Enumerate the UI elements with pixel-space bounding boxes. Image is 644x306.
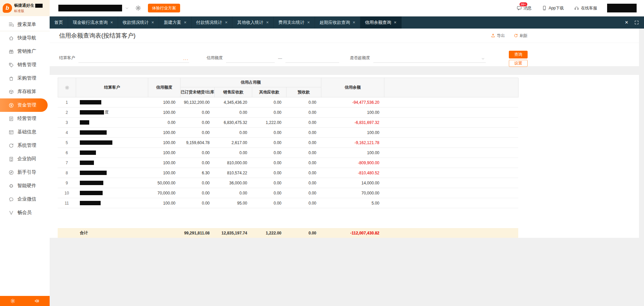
trial-industry-plan-button[interactable]: 体验行业方案: [148, 4, 180, 12]
sidebar-item-hardware[interactable]: 智能硬件: [0, 179, 50, 192]
messages-button[interactable]: 99+ 消息: [517, 5, 532, 11]
table-cell: 0.00: [252, 178, 286, 188]
sidebar-item-search-menu[interactable]: 搜索菜单: [0, 18, 50, 31]
table-row[interactable]: 6100.000.000.000.000.00100.00: [58, 148, 518, 158]
tab-close-icon[interactable]: ×: [307, 20, 310, 25]
company-selector[interactable]: [58, 5, 122, 11]
table-row[interactable]: 2度100.000.000.000.000.00100.00: [58, 107, 518, 118]
table-cell: 0.00: [214, 107, 252, 118]
tab-close-icon[interactable]: ×: [110, 20, 113, 25]
sidebar-item-collaboration[interactable]: 企业协同: [0, 152, 50, 166]
tab-费用支出统计[interactable]: 费用支出统计×: [274, 16, 315, 29]
table-cell: 0.00: [148, 118, 180, 128]
sidebar-item-sales[interactable]: 销售管理: [0, 58, 50, 72]
cell-customer-name: [76, 168, 148, 178]
tab-现金银行流水查询[interactable]: 现金银行流水查询×: [68, 16, 118, 29]
gear-icon: [65, 85, 69, 90]
sidebar-item-member[interactable]: 畅会员: [0, 206, 50, 219]
tab-close-icon[interactable]: ×: [184, 20, 186, 25]
guide-icon: [8, 170, 14, 175]
table-cell: [384, 188, 518, 198]
more-options-icon[interactable]: ···: [183, 57, 189, 61]
table-cell: 0.00: [180, 178, 214, 188]
sidebar-item-quick-nav[interactable]: 快捷导航: [0, 31, 50, 45]
business-icon: [8, 116, 14, 122]
tab-label: 收款情况统计: [123, 19, 149, 26]
refresh-icon: [514, 33, 518, 38]
table-row[interactable]: 1100.0090,132,200.004,345,436.200.000.00…: [58, 97, 518, 107]
credit-min-input[interactable]: [226, 54, 275, 63]
sidebar-item-label: 畅会员: [17, 210, 32, 216]
settings-button[interactable]: 设置: [509, 60, 528, 67]
chevron-down-icon[interactable]: [481, 57, 485, 61]
brand-name: 畅捷通好生: [14, 3, 34, 8]
table-row[interactable]: 1070,000.000.000.000.000.0070,000.00: [58, 188, 518, 198]
fullscreen-icon[interactable]: [632, 18, 641, 27]
sidebar-item-funds[interactable]: 资金管理: [0, 98, 48, 112]
sidebar-item-wechat[interactable]: 企业微信: [0, 192, 50, 206]
tab-close-icon[interactable]: ×: [266, 20, 269, 25]
table-cell: 0.00: [286, 118, 321, 128]
cell-customer-name: [76, 97, 148, 107]
settings-gear-icon[interactable]: [10, 298, 15, 304]
query-button[interactable]: 查询: [509, 51, 528, 58]
tab-close-icon[interactable]: ×: [225, 20, 228, 25]
table-cell: 0.00: [286, 178, 321, 188]
customer-input[interactable]: [78, 54, 189, 63]
sidebar-item-inventory[interactable]: 库存核算: [0, 85, 50, 98]
chevron-down-icon[interactable]: [125, 6, 129, 10]
tab-close-icon[interactable]: ×: [394, 20, 396, 25]
redacted-text: [80, 171, 107, 175]
table-cell: 0.00: [214, 188, 252, 198]
refresh-button[interactable]: 刷新: [514, 33, 528, 39]
credit-max-input[interactable]: [285, 54, 339, 63]
table-cell: 0.00: [286, 107, 321, 118]
sidebar-item-system[interactable]: 系统管理: [0, 139, 50, 152]
close-all-tabs-icon[interactable]: ×: [622, 18, 631, 27]
table-row[interactable]: 8100.006.30810,574.220.000.00-810,480.52: [58, 168, 518, 178]
sidebar-item-purchase[interactable]: 采购管理: [0, 72, 50, 85]
export-button[interactable]: 导出: [491, 33, 505, 39]
table-cell: 11: [58, 198, 76, 208]
sidebar-item-basic-info[interactable]: 基础信息: [0, 125, 50, 139]
table-row[interactable]: 30.000.006,830,475.321,222.000.00-6,831,…: [58, 118, 518, 128]
tab-close-icon[interactable]: ×: [152, 20, 154, 25]
table-cell: 0.00: [180, 198, 214, 208]
tab-收款情况统计[interactable]: 收款情况统计×: [118, 16, 159, 29]
table-cell: [384, 97, 518, 107]
table-cell: 2,617.00: [214, 138, 252, 148]
tab-新建方案[interactable]: 新建方案×: [159, 16, 192, 29]
tab-超期应收款查询[interactable]: 超期应收款查询×: [315, 16, 361, 29]
sidebar-item-guide[interactable]: 新手引导: [0, 166, 50, 179]
table-cell: -810,480.52: [321, 168, 384, 178]
over-limit-select[interactable]: [373, 54, 486, 63]
sidebar-item-business[interactable]: 经营管理: [0, 112, 50, 125]
online-service-button[interactable]: 在线客服: [574, 5, 597, 11]
tab-其他收入统计[interactable]: 其他收入统计×: [232, 16, 274, 29]
table-row[interactable]: 11100.000.0095.000.000.005.00: [58, 198, 518, 208]
tab-首页[interactable]: 首页: [50, 16, 68, 29]
sidebar-item-label: 搜索菜单: [17, 21, 36, 28]
cell-customer-name: [76, 148, 148, 158]
table-row[interactable]: 950,000.000.0036,000.000.000.0014,000.00: [58, 178, 518, 188]
cell-customer-name: [76, 118, 148, 128]
announcement-speaker-icon[interactable]: [34, 298, 40, 304]
sidebar-item-marketing[interactable]: 营销推广: [0, 45, 50, 58]
tab-close-icon[interactable]: ×: [353, 20, 356, 25]
column-settings-button[interactable]: [58, 78, 76, 97]
table-cell: 1,222.00: [252, 118, 286, 128]
table-cell: 10: [58, 188, 76, 198]
user-account-area[interactable]: [607, 4, 637, 12]
table-cell: 90,132,200.00: [180, 97, 214, 107]
app-download-button[interactable]: App下载: [542, 5, 564, 11]
gear-icon[interactable]: [135, 5, 141, 11]
table-row[interactable]: 5100.009,159,604.782,617.000.000.00-9,16…: [58, 138, 518, 148]
table-row[interactable]: 7100.000.00810,000.000.000.00-809,900.00: [58, 158, 518, 168]
col-header-advance: 预收款: [286, 87, 321, 97]
tab-label: 首页: [54, 19, 63, 26]
sidebar-item-label: 新手引导: [17, 169, 36, 175]
table-header: 结算客户 信用额度 信用占用额 已订货未销货/出库 销售应收款 其他应收款 预收…: [58, 78, 518, 97]
table-row[interactable]: 4100.000.000.000.000.00100.00: [58, 128, 518, 138]
tab-信用余额查询[interactable]: 信用余额查询×: [360, 16, 401, 29]
tab-付款情况统计[interactable]: 付款情况统计×: [192, 16, 233, 29]
